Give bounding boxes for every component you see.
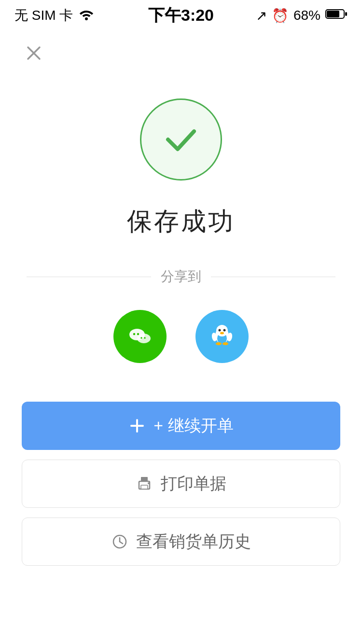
svg-point-10 — [144, 337, 146, 339]
divider-line-right — [211, 277, 335, 277]
battery-icon — [325, 8, 348, 23]
svg-point-15 — [223, 329, 226, 332]
print-icon — [136, 475, 153, 492]
share-divider: 分享到 — [27, 267, 335, 286]
plus-icon — [128, 417, 146, 434]
svg-point-17 — [216, 342, 222, 345]
print-button[interactable]: 打印单据 — [22, 460, 340, 508]
action-buttons: + 继续开单 打印单据 查看销货单历史 — [22, 402, 340, 566]
continue-button[interactable]: + 继续开单 — [22, 402, 340, 450]
svg-rect-25 — [141, 485, 148, 489]
svg-rect-24 — [141, 477, 148, 482]
svg-point-6 — [137, 334, 151, 343]
share-label: 分享到 — [161, 267, 201, 286]
svg-rect-2 — [345, 12, 347, 16]
svg-line-29 — [120, 542, 123, 544]
svg-point-18 — [223, 342, 228, 345]
status-time: 下午3:20 — [148, 4, 214, 27]
svg-point-9 — [140, 337, 142, 339]
share-icons-row — [113, 310, 249, 363]
wifi-icon — [78, 8, 95, 24]
status-right: ↗ ⏰ 68% — [256, 8, 348, 24]
divider-line-left — [27, 277, 151, 277]
success-icon-circle — [140, 98, 222, 181]
svg-point-14 — [219, 329, 221, 332]
svg-point-13 — [216, 325, 228, 336]
wechat-share-button[interactable] — [113, 310, 167, 363]
status-left: 无 SIM 卡 — [14, 6, 95, 25]
location-icon: ↗ — [256, 8, 267, 24]
status-bar: 无 SIM 卡 下午3:20 ↗ ⏰ 68% — [0, 0, 362, 31]
continue-label: + 继续开单 — [153, 415, 233, 437]
no-sim-text: 无 SIM 卡 — [14, 6, 73, 25]
main-content: 保存成功 分享到 — [0, 31, 362, 566]
qq-share-button[interactable] — [195, 310, 249, 363]
svg-point-8 — [137, 333, 139, 335]
alarm-icon: ⏰ — [272, 8, 289, 24]
history-icon — [111, 533, 128, 550]
svg-point-7 — [133, 333, 135, 335]
close-button[interactable] — [19, 39, 48, 68]
success-title: 保存成功 — [127, 205, 235, 238]
history-label: 查看销货单历史 — [136, 531, 251, 553]
svg-point-26 — [148, 482, 150, 484]
svg-rect-1 — [327, 11, 339, 17]
print-label: 打印单据 — [161, 473, 226, 495]
svg-point-16 — [220, 332, 224, 335]
battery-percent: 68% — [293, 8, 320, 23]
history-button[interactable]: 查看销货单历史 — [22, 518, 340, 566]
